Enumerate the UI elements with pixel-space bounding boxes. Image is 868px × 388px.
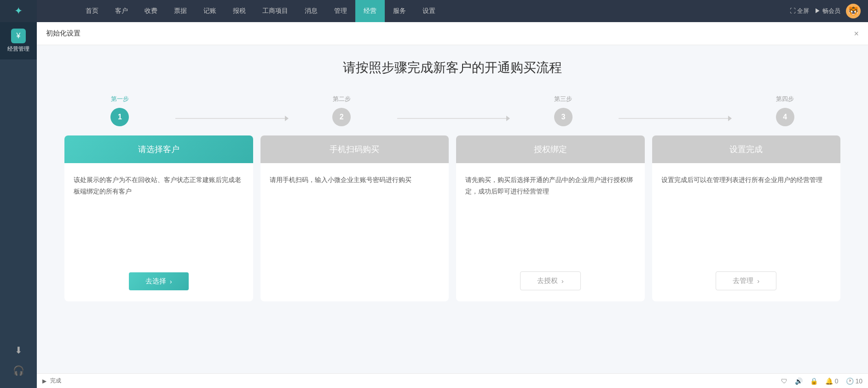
nav-item-service[interactable]: 服务 <box>385 0 414 22</box>
nav-item-bookkeeping[interactable]: 记账 <box>195 0 225 22</box>
nav-item-message[interactable]: 消息 <box>296 0 326 22</box>
card-3-body: 请先购买，购买后选择开通的产品中的企业用户进行授权绑定，成功后即可进行经营管理 <box>456 163 645 264</box>
top-nav: 首页 客户 收费 票据 记账 报税 工商项目 消息 管理 经营 服务 设置 ⛶ … <box>37 0 868 22</box>
status-bar-right: 🛡 🔊 🔒 🔔 0 🕐 10 <box>781 377 862 385</box>
wizard-title: 请按照步骤完成新客户的开通购买流程 <box>55 59 850 76</box>
card-1-body: 该处展示的客户为不在回收站、客户状态正常建账后完成老板端绑定的所有客户 <box>64 163 253 265</box>
card-4-footer: 去管理 › <box>652 264 841 301</box>
step-item-1: 第一步 1 <box>64 95 175 126</box>
sidebar-logo: ✦ <box>0 0 37 22</box>
card-3-footer: 去授权 › <box>456 264 645 301</box>
card-2-footer <box>260 283 449 301</box>
steps-timeline: 第一步 1 第二步 2 第三步 3 <box>64 95 840 126</box>
card-4-body: 设置完成后可以在管理列表进行所有企业用户的经营管理 <box>652 163 841 264</box>
card-3-header: 授权绑定 <box>456 135 645 163</box>
nav-item-customer[interactable]: 客户 <box>107 0 136 22</box>
status-bar: ▶ 完成 🛡 🔊 🔒 🔔 0 🕐 10 <box>37 373 868 388</box>
page-header: 初始化设置 × <box>37 22 868 45</box>
sidebar-main-icon: ¥ <box>11 29 26 43</box>
step-1-circle: 1 <box>110 108 129 126</box>
headset-icon[interactable]: 🎧 <box>10 362 27 379</box>
close-button[interactable]: × <box>854 29 859 38</box>
sidebar-bottom: ⬇ 🎧 <box>10 342 27 388</box>
step-4-circle: 4 <box>776 108 794 126</box>
card-4-header: 设置完成 <box>652 135 841 163</box>
go-authorize-button[interactable]: 去授权 › <box>520 271 581 290</box>
nav-item-manage[interactable]: 管理 <box>326 0 355 22</box>
nav-item-business[interactable]: 工商项目 <box>254 0 296 22</box>
main-area: 初始化设置 × 请按照步骤完成新客户的开通购买流程 第一步 1 第二步 2 <box>37 22 868 373</box>
step-card-2: 手机扫码购买 请用手机扫码，输入小微企业主账号密码进行购买 <box>260 135 449 301</box>
fullscreen-btn[interactable]: ⛶ 全屏 <box>790 7 810 15</box>
step-3-label: 第三步 <box>554 95 572 103</box>
clock-icon: 🕐 10 <box>846 377 862 385</box>
nav-item-invoice[interactable]: 票据 <box>166 0 195 22</box>
cards-row: 请选择客户 该处展示的客户为不在回收站、客户状态正常建账后完成老板端绑定的所有客… <box>64 135 840 301</box>
nav-item-tax[interactable]: 报税 <box>225 0 254 22</box>
volume-icon: 🔊 <box>795 377 803 385</box>
play-icon: ▶ <box>42 378 46 384</box>
steps-wrapper: 第一步 1 第二步 2 第三步 3 <box>55 95 850 301</box>
card-2-header: 手机扫码购买 <box>260 135 449 163</box>
go-manage-button[interactable]: 去管理 › <box>716 271 776 290</box>
step-card-4: 设置完成 设置完成后可以在管理列表进行所有企业用户的经营管理 去管理 › <box>652 135 841 301</box>
main-content: 请按照步骤完成新客户的开通购买流程 第一步 1 第二步 2 <box>37 45 868 373</box>
card-2-body: 请用手机扫码，输入小微企业主账号密码进行购买 <box>260 163 449 283</box>
member-btn[interactable]: ▶ 畅会员 <box>815 7 840 15</box>
nav-item-operation[interactable]: 经营 <box>355 0 385 22</box>
step-3-circle: 3 <box>554 108 573 126</box>
nav-item-fee[interactable]: 收费 <box>136 0 166 22</box>
avatar[interactable]: 🐯 <box>846 4 861 18</box>
step-card-1: 请选择客户 该处展示的客户为不在回收站、客户状态正常建账后完成老板端绑定的所有客… <box>64 135 253 301</box>
nav-item-settings[interactable]: 设置 <box>414 0 444 22</box>
download-icon[interactable]: ⬇ <box>10 342 27 359</box>
status-text: 完成 <box>50 377 61 385</box>
step-1-label: 第一步 <box>111 95 129 103</box>
nav-right: ⛶ 全屏 ▶ 畅会员 🐯 <box>790 4 868 18</box>
step-item-4: 第四步 4 <box>729 95 840 126</box>
card-1-header: 请选择客户 <box>64 135 253 163</box>
step-4-label: 第四步 <box>776 95 794 103</box>
step-item-2: 第二步 2 <box>286 95 397 126</box>
lock-icon: 🔒 <box>810 377 818 385</box>
step-2-circle: 2 <box>332 108 351 126</box>
nav-item-home[interactable]: 首页 <box>77 0 107 22</box>
shield-icon: 🛡 <box>781 377 787 385</box>
sidebar-main-label: 经营管理 <box>7 45 29 53</box>
page-title: 初始化设置 <box>46 29 81 38</box>
card-1-footer: 去选择 › <box>64 265 253 301</box>
notification-icon: 🔔 0 <box>825 377 839 385</box>
step-card-3: 授权绑定 请先购买，购买后选择开通的产品中的企业用户进行授权绑定，成功后即可进行… <box>456 135 645 301</box>
sidebar-main-item[interactable]: ¥ 经营管理 <box>0 22 37 59</box>
step-item-3: 第三步 3 <box>508 95 619 126</box>
step-2-label: 第二步 <box>333 95 351 103</box>
sidebar: ✦ ¥ 经营管理 ⬇ 🎧 <box>0 0 37 388</box>
go-select-button[interactable]: 去选择 › <box>129 272 189 290</box>
